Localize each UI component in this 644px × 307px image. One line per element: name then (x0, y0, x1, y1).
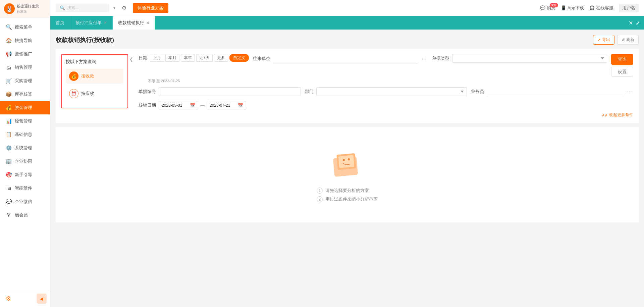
counterpart-label: 往来单位 (253, 56, 270, 62)
sidebar-item-purchase[interactable]: 🛒 采购管理 (0, 74, 50, 88)
close-prepay-tab[interactable]: ✕ (104, 20, 107, 25)
system-icon: ⚙️ (5, 145, 12, 151)
svg-point-4 (348, 158, 350, 160)
writeoff-date-label: 核销日期 (139, 102, 156, 108)
sidebar-item-inventory[interactable]: 📦 库存核算 (0, 88, 50, 101)
topbar: 🔍 搜索... ▾ ⚙ 体验行业方案 💬 消息 99+ 📱 App下载 🎧 在线… (50, 0, 644, 16)
sidebar: 🐰 畅捷通好生意 标准版 🔍 搜索菜单 🏠 快捷导航 📢 营销推广 🗂 销售管理… (0, 0, 50, 307)
writeoff-date-range: 📅 — 📅 (159, 101, 246, 109)
setting-button[interactable]: 设置 (611, 67, 633, 77)
online-service-button[interactable]: 🎧 在线客服 (589, 5, 613, 11)
svg-rect-2 (338, 155, 355, 168)
main-content: 🔍 搜索... ▾ ⚙ 体验行业方案 💬 消息 99+ 📱 App下载 🎧 在线… (50, 0, 644, 307)
date-label: 日期 (139, 55, 147, 61)
topbar-gear-icon[interactable]: ⚙ (119, 3, 129, 13)
tab-prepay[interactable]: 预付冲应付单 ✕ (70, 16, 113, 30)
topbar-search[interactable]: 🔍 搜索... (56, 4, 109, 12)
refresh-button[interactable]: ↺ 刷新 (617, 35, 639, 45)
this-month-btn[interactable]: 本月 (165, 54, 179, 62)
filter-container: 按以下方案查询 💰 按收款 ⏰ 按应收 ❮ (56, 49, 639, 123)
close-all-tabs-button[interactable]: ✕ (629, 20, 633, 26)
sidebar-item-quicknav[interactable]: 🏠 快捷导航 (0, 34, 50, 47)
message-badge: 99+ (550, 3, 558, 7)
dept-select[interactable] (316, 87, 467, 96)
export-button[interactable]: ↗ 导出 (593, 35, 614, 45)
sidebar-item-guide[interactable]: 🎯 新手引导 (0, 168, 50, 182)
topbar-dropdown[interactable]: ▾ (113, 6, 115, 10)
sales-icon: 🗂 (5, 64, 12, 71)
hardware-icon: 🖥 (5, 185, 12, 192)
receivable-option-icon: ⏰ (69, 89, 78, 98)
settings-button[interactable]: ⚙ (3, 294, 13, 304)
sidebar-item-operations[interactable]: 📊 经营管理 (0, 114, 50, 128)
counterpart-dots[interactable]: ··· (420, 55, 428, 62)
sidebar-item-enterprise[interactable]: 🏢 企业协同 (0, 155, 50, 168)
receipt-option-label: 按收款 (81, 73, 94, 79)
writeoff-date-start-input[interactable] (162, 103, 189, 108)
home-icon: 🏠 (5, 37, 12, 44)
logo-icon: 🐰 (4, 3, 15, 14)
inventory-icon: 📦 (5, 91, 12, 98)
query-panel: 按以下方案查询 💰 按收款 ⏰ 按应收 (61, 54, 128, 108)
sidebar-item-search[interactable]: 🔍 搜索菜单 (0, 20, 50, 34)
basic-icon: 📋 (5, 131, 12, 138)
custom-date-btn[interactable]: 自定义 (229, 54, 249, 62)
tab-receipt[interactable]: 收款核销执行 ✕ (113, 16, 155, 30)
last-month-btn[interactable]: 上月 (150, 54, 164, 62)
query-panel-title: 按以下方案查询 (66, 59, 123, 65)
funds-icon: 💰 (5, 104, 12, 111)
empty-hints: 1 请先选择要分析的方案 2 用过滤条件来缩小分析范围 (317, 188, 378, 202)
page-content: 收款核销执行(按收款) ↗ 导出 ↺ 刷新 按以下方案查询 💰 (50, 30, 644, 307)
purchase-icon: 🛒 (5, 78, 12, 84)
sidebar-item-member[interactable]: V 畅会员 (0, 208, 50, 222)
calendar-start-icon[interactable]: 📅 (190, 103, 195, 108)
sidebar-item-wechat[interactable]: 💬 企业微信 (0, 195, 50, 208)
app-download-button[interactable]: 📱 App下载 (561, 5, 584, 11)
calendar-end-icon[interactable]: 📅 (238, 103, 243, 108)
svg-point-3 (343, 159, 345, 161)
receivable-option-label: 按应收 (81, 91, 94, 97)
sidebar-item-marketing[interactable]: 📢 营销推广 (0, 47, 50, 61)
empty-hint-2: 2 用过滤条件来缩小分析范围 (317, 196, 378, 202)
collapse-sidebar-button[interactable]: ◀ (37, 294, 47, 304)
empty-illustration (327, 147, 367, 181)
query-button[interactable]: 查询 (611, 54, 633, 65)
close-receipt-tab[interactable]: ✕ (146, 20, 150, 25)
query-option-by-receipt[interactable]: 💰 按收款 (66, 69, 123, 84)
writeoff-date-end-input[interactable] (210, 103, 236, 108)
collapse-more-button[interactable]: ∧∧ 收起更多条件 (139, 112, 633, 118)
collapse-panel-button[interactable]: ❮ (128, 54, 135, 64)
empty-hint-1: 1 请先选择要分析的方案 (317, 188, 378, 194)
date-quick-select: 上月 本月 本年 近7天 更多 自定义 (150, 54, 249, 62)
filter-fields: 日期 上月 本月 本年 近7天 更多 自定义 往来单位 ··· (139, 54, 633, 118)
expand-button[interactable]: ⤢ (636, 20, 640, 26)
staff-dots[interactable]: ··· (626, 88, 633, 95)
receipt-option-icon: 💰 (69, 71, 78, 81)
tab-home[interactable]: 首页 (50, 16, 70, 30)
dept-label: 部门 (305, 89, 314, 95)
query-option-by-receivable[interactable]: ⏰ 按应收 (66, 86, 123, 101)
more-btn[interactable]: 更多 (214, 54, 228, 62)
empty-svg (327, 147, 367, 181)
topbar-right: 💬 消息 99+ 📱 App下载 🎧 在线客服 用户名 (540, 4, 639, 12)
this-year-btn[interactable]: 本年 (181, 54, 195, 62)
sidebar-item-hardware[interactable]: 🖥 智能硬件 (0, 182, 50, 195)
headset-icon: 🎧 (589, 5, 595, 10)
user-menu[interactable]: 用户名 (619, 4, 639, 12)
bill-type-select[interactable] (452, 54, 607, 63)
sidebar-item-system[interactable]: ⚙️ 系统管理 (0, 141, 50, 155)
date-separator: — (200, 103, 205, 108)
solution-button[interactable]: 体验行业方案 (133, 3, 168, 13)
message-button[interactable]: 💬 消息 99+ (540, 5, 555, 11)
bill-no-label: 单据编号 (139, 89, 156, 95)
tabbar: 首页 预付冲应付单 ✕ 收款核销执行 ✕ ✕ ⤢ (50, 16, 644, 30)
last-7-days-btn[interactable]: 近7天 (196, 54, 213, 62)
sidebar-item-sales[interactable]: 🗂 销售管理 (0, 61, 50, 74)
message-icon: 💬 (540, 5, 545, 10)
bill-no-input[interactable] (159, 87, 301, 96)
sidebar-item-funds[interactable]: 💰 资金管理 (0, 101, 50, 114)
chevron-left-icon: ❮ (129, 57, 133, 62)
mobile-icon: 📱 (561, 5, 566, 10)
writeoff-date-start-wrap: 📅 (159, 101, 198, 109)
sidebar-item-basic[interactable]: 📋 基础信息 (0, 128, 50, 141)
